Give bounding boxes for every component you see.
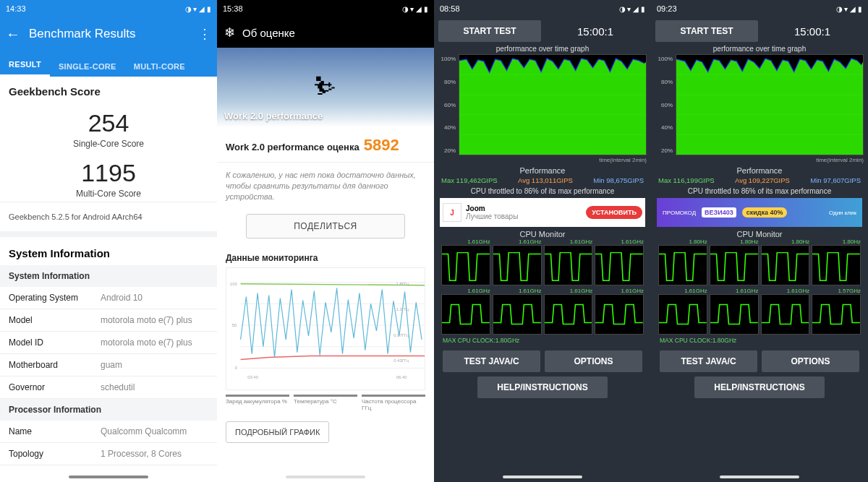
cpu-freq-label: 1.61GHz bbox=[441, 238, 490, 245]
svg-text:0: 0 bbox=[235, 366, 238, 370]
system-info-subheading: System Information bbox=[0, 265, 217, 287]
skier-icon: ⛷ bbox=[313, 72, 338, 100]
single-core-score: 254 bbox=[0, 109, 217, 137]
help-button[interactable]: HELP/INSTRUCTIONS bbox=[477, 376, 608, 398]
page-title: Об оценке bbox=[242, 27, 295, 39]
options-button[interactable]: OPTIONS bbox=[762, 350, 859, 372]
row-key: Model ID bbox=[9, 337, 101, 348]
info-row: NameQualcomm Qualcomm bbox=[0, 421, 217, 443]
nav-handle[interactable] bbox=[286, 475, 365, 478]
status-icons: ◑ ▾ ◢ ▮ bbox=[836, 5, 862, 13]
hero-image: ⛷ Work 2.0 performance bbox=[217, 48, 434, 127]
multi-core-score: 1195 bbox=[0, 159, 217, 187]
stat-max: Max 119,462GIPS bbox=[441, 176, 498, 184]
ad-cta: Один клик bbox=[829, 210, 856, 216]
info-row: Operating SystemAndroid 10 bbox=[0, 287, 217, 309]
help-button[interactable]: HELP/INSTRUCTIONS bbox=[694, 376, 825, 398]
cpu-core-graph bbox=[544, 294, 593, 335]
info-row: Modelmotorola moto e(7) plus bbox=[0, 309, 217, 332]
score-heading: Geekbench Score bbox=[0, 77, 217, 102]
options-button[interactable]: OPTIONS bbox=[545, 350, 642, 372]
test-java-c-button[interactable]: TEST JAVA/C bbox=[443, 350, 540, 372]
svg-text:03:40: 03:40 bbox=[247, 375, 258, 379]
monitoring-chart[interactable]: 100500 1.8ГГц1.3ГГц 0.87ГГц0.43ГГц 03:40… bbox=[226, 267, 425, 390]
info-row: Model IDmotorola moto e(7) plus bbox=[0, 332, 217, 354]
legend-cpu-freq: Частота процессора ГГц bbox=[362, 395, 425, 411]
score-label: Work 2.0 performance оценка bbox=[226, 142, 359, 152]
cpu-core-graph bbox=[595, 245, 644, 285]
start-test-button[interactable]: START TEST bbox=[438, 20, 541, 42]
graph-label: performance over time graph bbox=[438, 45, 647, 53]
share-button[interactable]: ПОДЕЛИТЬСЯ bbox=[246, 214, 405, 238]
timer-display: 15:00:1 bbox=[544, 25, 647, 38]
single-core-label: Single-Core Score bbox=[0, 139, 217, 149]
svg-text:0.43ГГц: 0.43ГГц bbox=[393, 358, 409, 363]
svg-text:1.3ГГц: 1.3ГГц bbox=[396, 307, 409, 311]
ad-install-button[interactable]: УСТАНОВИТЬ bbox=[586, 206, 642, 219]
ad-logo-icon: J bbox=[443, 203, 461, 222]
comparison-note: К сожалению, у нас нет пока достаточно д… bbox=[217, 163, 434, 210]
hero-caption: Work 2.0 performance bbox=[224, 111, 323, 121]
timer-display: 15:00:1 bbox=[761, 25, 864, 38]
nav-handle[interactable] bbox=[69, 475, 148, 478]
performance-graph[interactable] bbox=[459, 54, 647, 155]
stat-min: Min 97,607GIPS bbox=[810, 176, 861, 184]
legend-battery: Заряд аккумулятора % bbox=[226, 395, 289, 411]
ad-discount-pill: скидка 40% bbox=[742, 207, 788, 218]
performance-graph[interactable] bbox=[676, 54, 864, 155]
row-key: Governor bbox=[9, 382, 101, 392]
status-bar: 09:23 ◑ ▾ ◢ ▮ bbox=[651, 0, 868, 17]
status-time: 15:38 bbox=[223, 4, 243, 13]
row-value: schedutil bbox=[101, 382, 135, 392]
status-bar: 15:38 ◑ ▾ ◢ ▮ bbox=[217, 0, 434, 17]
cpu-core-graph bbox=[595, 294, 644, 335]
cpu-core-graph bbox=[544, 245, 593, 285]
detailed-chart-button[interactable]: ПОДРОБНЫЙ ГРАФИК bbox=[226, 421, 329, 443]
svg-text:0.87ГГц: 0.87ГГц bbox=[393, 332, 409, 337]
score-value: 5892 bbox=[364, 136, 399, 155]
processor-info-subheading: Processor Information bbox=[0, 399, 217, 421]
status-bar: 08:58 ◑ ▾ ◢ ▮ bbox=[434, 0, 651, 17]
y-axis: 100%80%60%40%20% bbox=[655, 54, 674, 155]
row-key: Operating System bbox=[9, 293, 101, 303]
row-key: Motherboard bbox=[9, 360, 101, 370]
ad-subtitle: Лучшие товары bbox=[466, 212, 518, 220]
ad-promo-code: ВЕЗИ403 bbox=[702, 207, 736, 218]
more-icon[interactable]: ⋮ bbox=[198, 26, 211, 42]
cpu-core-graph bbox=[710, 245, 759, 285]
page-title: Benchmark Results bbox=[29, 27, 190, 41]
tab-single-core[interactable]: SINGLE-CORE bbox=[50, 62, 125, 77]
graph-label: performance over time graph bbox=[655, 45, 864, 53]
chart-legend: Заряд аккумулятора % Температура °C Част… bbox=[217, 390, 434, 416]
max-cpu-clock: MAX CPU CLOCK:1.80GHz bbox=[438, 335, 647, 346]
throttle-message: CPU throttled to 86% of its max performa… bbox=[655, 187, 864, 195]
svg-text:06:40: 06:40 bbox=[396, 375, 407, 379]
tab-result[interactable]: RESULT bbox=[0, 60, 50, 77]
cpu-core-graph bbox=[812, 245, 861, 285]
ad-brand: Joom bbox=[466, 205, 518, 212]
back-icon[interactable]: ← bbox=[6, 26, 20, 43]
svg-text:1.8ГГц: 1.8ГГц bbox=[396, 281, 409, 285]
row-value: motorola moto e(7) plus bbox=[101, 315, 192, 325]
nav-handle[interactable] bbox=[503, 475, 582, 478]
multi-core-label: Multi-Core Score bbox=[0, 189, 217, 199]
test-java-c-button[interactable]: TEST JAVA/C bbox=[660, 350, 757, 372]
snowflake-icon: ❄ bbox=[224, 25, 235, 40]
max-cpu-clock: MAX CPU CLOCK:1.80GHz bbox=[655, 335, 864, 346]
cpu-core-graph bbox=[761, 245, 810, 285]
start-test-button[interactable]: START TEST bbox=[655, 20, 758, 42]
stat-min: Min 98,675GIPS bbox=[593, 176, 644, 184]
ad-banner[interactable]: J JoomЛучшие товары УСТАНОВИТЬ bbox=[440, 198, 645, 227]
cpu-core-graph bbox=[493, 245, 542, 285]
nav-handle[interactable] bbox=[720, 475, 799, 478]
cpu-core-graph bbox=[812, 294, 861, 335]
status-icons: ◑ ▾ ◢ ▮ bbox=[619, 5, 645, 13]
row-value: guam bbox=[101, 360, 122, 370]
tab-multi-core[interactable]: MULTI-CORE bbox=[125, 62, 194, 77]
status-bar: 14:33 ◑ ▾ ◢ ▮ bbox=[0, 0, 217, 17]
cpu-core-graph bbox=[493, 294, 542, 335]
ad-banner[interactable]: ПРОМОКОД ВЕЗИ403 скидка 40% Один клик bbox=[657, 198, 862, 227]
svg-text:100: 100 bbox=[230, 281, 238, 285]
nav-bar bbox=[217, 472, 434, 482]
system-info-heading: System Information bbox=[0, 237, 217, 265]
